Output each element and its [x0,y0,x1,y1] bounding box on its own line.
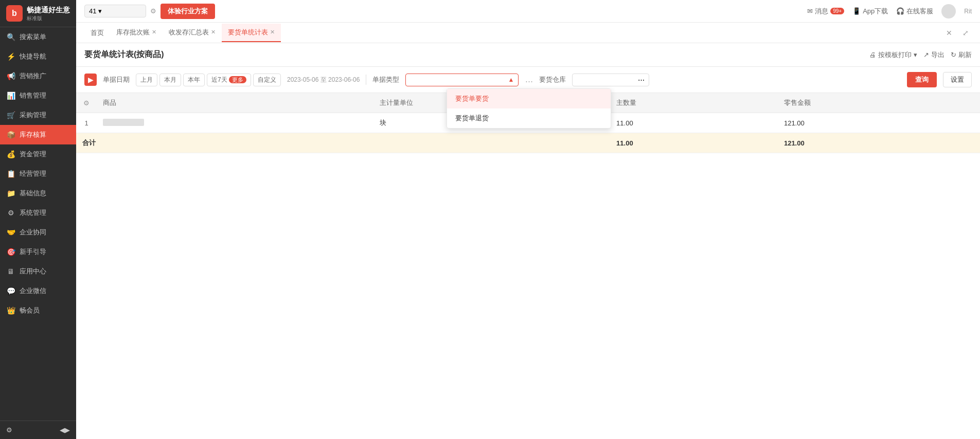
quicknav-icon: ⚡ [6,52,15,61]
dropdown-item-return[interactable]: 要货单退货 [447,108,611,128]
guide-icon: 🎯 [6,247,15,257]
logo-icon: b [6,5,23,22]
custom-date-btn[interactable]: 自定义 [253,74,281,86]
sidebar-item-system[interactable]: ⚙ 系统管理 [0,203,76,223]
tab-expand[interactable]: ⤢ [959,27,972,39]
sidebar-item-quicknav[interactable]: ⚡ 快捷导航 [0,47,76,66]
warehouse-label: 要货仓库 [539,75,566,84]
message-icon: ✉ [807,7,813,15]
warehouse-value [577,76,579,84]
filter-divider [366,75,366,85]
sidebar-item-inventory[interactable]: 📦 库存核算 [0,125,76,144]
tab-inventory-batch[interactable]: 库存批次账 ✕ [110,24,163,42]
sidebar-item-member[interactable]: 👑 畅会员 [0,301,76,320]
member-icon: 👑 [6,306,15,315]
tab-close-all[interactable]: ✕ [943,27,955,39]
export-icon: ↗ [923,51,929,59]
sidebar-item-finance[interactable]: 💰 资金管理 [0,144,76,164]
footer-quantity: 11.00 [610,133,778,153]
messages-button[interactable]: ✉ 消息 99+ [807,7,844,16]
management-icon: 📋 [6,169,15,178]
topbar-right: ✉ 消息 99+ 📱 App下载 🎧 在线客服 Rit [807,4,972,19]
type-label: 单据类型 [372,75,399,84]
filter-bar: ▶ 单据日期 上月 本月 本年 近7天 更多 自定义 2023-05-06 至 … [76,67,980,93]
sidebar-item-search[interactable]: 🔍 搜索菜单 [0,27,76,47]
last-7days-btn[interactable]: 近7天 更多 [207,74,251,86]
type-select-value [410,76,412,84]
last-month-btn[interactable]: 上月 [136,74,157,86]
finance-icon: 💰 [6,150,15,159]
topbar-settings-icon[interactable]: ⚙ [150,7,156,15]
sidebar-item-sales[interactable]: 📊 销售管理 [0,86,76,105]
search-icon: 🔍 [6,32,15,42]
enterprise-icon: 🤝 [6,228,15,237]
tab-close-requisition[interactable]: ✕ [270,29,275,35]
topbar-left: 41 ▾ ⚙ 体验行业方案 [84,4,801,19]
sidebar-item-marketing[interactable]: 📢 营销推广 [0,66,76,86]
table-footer-row: 合计 11.00 121.00 [76,133,980,153]
sidebar: b 畅捷通好生意 标准版 🔍 搜索菜单 ⚡ 快捷导航 📢 营销推广 📊 销售管理… [0,0,76,439]
download-icon: 📱 [852,7,861,15]
warehouse-chevron-icon: ⋯ [638,76,645,84]
page-actions: 🖨 按模板打印 ▾ ↗ 导出 ↻ 刷新 [869,50,972,60]
date-range-display: 2023-05-06 至 2023-06-06 [287,76,360,84]
sidebar-item-basic-info[interactable]: 📁 基础信息 [0,184,76,203]
product-cell [97,113,373,133]
store-selector[interactable]: 41 ▾ [84,5,146,17]
sidebar-item-enterprise[interactable]: 🤝 企业协同 [0,223,76,242]
sidebar-item-guide[interactable]: 🎯 新手引导 [0,242,76,262]
topbar: 41 ▾ ⚙ 体验行业方案 ✉ 消息 99+ 📱 App下载 🎧 在线客服 Ri… [76,0,980,23]
tab-close-inventory-batch[interactable]: ✕ [152,29,156,35]
marketing-icon: 📢 [6,71,15,81]
system-icon: ⚙ [6,208,15,217]
type-dropdown: 要货单要货 要货单退货 [447,88,611,129]
more-options-icon[interactable]: … [525,75,533,84]
sidebar-item-management[interactable]: 📋 经营管理 [0,164,76,184]
filter-toggle[interactable]: ▶ [84,74,97,86]
sidebar-footer: ⚙ ◀▶ [0,420,76,439]
export-button[interactable]: ↗ 导出 [923,50,945,60]
settings-footer-icon[interactable]: ⚙ [6,426,12,434]
tab-requisition-stats[interactable]: 要货单统计表 ✕ [222,24,281,42]
print-button[interactable]: 🖨 按模板打印 ▾ [869,50,917,60]
page-header: 要货单统计表(按商品) 🖨 按模板打印 ▾ ↗ 导出 ↻ 刷新 [76,43,980,67]
print-icon: 🖨 [869,51,876,59]
type-select[interactable]: ▲ [405,74,519,86]
appcenter-icon: 🖥 [6,267,15,276]
page-title: 要货单统计表(按商品) [84,49,164,60]
user-avatar[interactable] [941,4,956,19]
quantity-cell: 11.00 [610,113,778,133]
this-year-btn[interactable]: 本年 [183,74,205,86]
settings-button[interactable]: 设置 [943,72,972,87]
basic-info-icon: 📁 [6,189,15,198]
online-service-button[interactable]: 🎧 在线客服 [896,7,933,16]
inventory-icon: 📦 [6,130,15,139]
tab-receivable-summary[interactable]: 收发存汇总表 ✕ [163,24,222,42]
app-download-button[interactable]: 📱 App下载 [852,7,888,16]
sidebar-item-appcenter[interactable]: 🖥 应用中心 [0,262,76,281]
message-badge: 99+ [830,8,844,14]
collapse-icon[interactable]: ◀▶ [60,426,70,434]
this-month-btn[interactable]: 本月 [159,74,181,86]
footer-empty [373,133,610,153]
col-quantity: 主数量 [610,93,778,113]
warehouse-select[interactable]: ⋯ [572,74,649,86]
query-button[interactable]: 查询 [907,72,937,87]
tab-home[interactable]: 首页 [84,24,110,42]
chevron-up-icon: ▲ [508,76,514,83]
tabs-bar: 首页 库存批次账 ✕ 收发存汇总表 ✕ 要货单统计表 ✕ ✕ ⤢ [76,23,980,43]
sidebar-item-purchase[interactable]: 🛒 采购管理 [0,105,76,125]
row-num: 1 [76,113,97,133]
sales-icon: 📊 [6,91,15,100]
sidebar-nav: 🔍 搜索菜单 ⚡ 快捷导航 📢 营销推广 📊 销售管理 🛒 采购管理 📦 库存核… [0,27,76,420]
sidebar-item-weixin[interactable]: 💬 企业微信 [0,281,76,301]
tab-close-receivable[interactable]: ✕ [211,29,216,35]
refresh-button[interactable]: ↻ 刷新 [951,50,972,60]
main-content: 41 ▾ ⚙ 体验行业方案 ✉ 消息 99+ 📱 App下载 🎧 在线客服 Ri… [76,0,980,439]
table-settings-icon[interactable]: ⚙ [83,99,90,107]
dropdown-item-requisition[interactable]: 要货单要货 [447,89,611,108]
service-icon: 🎧 [896,7,904,15]
date-label: 单据日期 [103,75,130,84]
weixin-icon: 💬 [6,286,15,296]
trial-button[interactable]: 体验行业方案 [161,4,215,19]
